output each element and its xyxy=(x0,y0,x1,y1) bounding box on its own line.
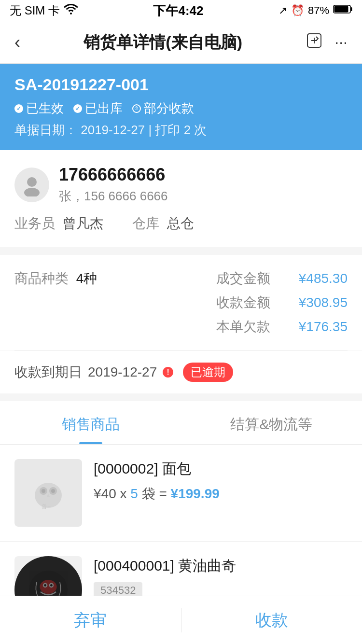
effective-icon xyxy=(14,104,23,113)
tab-settlement[interactable]: 结算&物流等 xyxy=(181,401,362,444)
status-bar: 无 SIM 卡 下午4:42 ↗ ⏰ 87% xyxy=(0,0,362,21)
salesperson-field: 业务员 曾凡杰 xyxy=(14,214,103,233)
sim-label: 无 SIM 卡 xyxy=(10,3,60,18)
summary-right: 成交金额 ¥485.30 收款金额 ¥308.95 本单欠款 ¥176.35 xyxy=(216,269,348,336)
arrears-label: 本单欠款 xyxy=(216,318,270,336)
svg-point-5 xyxy=(24,188,40,196)
more-button[interactable]: ··· xyxy=(334,33,348,51)
qty-1: 5 xyxy=(130,486,138,501)
product-code-2: [000400001] xyxy=(94,558,174,574)
status-left: 无 SIM 卡 xyxy=(10,3,78,18)
received-row: 收款金额 ¥308.95 xyxy=(216,294,348,312)
avatar xyxy=(14,168,49,202)
svg-point-14 xyxy=(40,580,56,594)
product-title-2: 黄油曲奇 xyxy=(178,558,236,574)
wifi-icon xyxy=(64,4,78,17)
deal-amount-value: ¥485.30 xyxy=(280,271,348,286)
product-name-1: [0000002] 面包 xyxy=(94,459,348,479)
deal-amount-label: 成交金额 xyxy=(216,269,270,288)
multiply-symbol-1: x xyxy=(120,486,131,501)
table-row: 兽+ [0000002] 面包 ¥40 x 5 袋 = ¥199.99 xyxy=(0,445,362,542)
salesperson-label: 业务员 xyxy=(14,216,55,231)
arrears-value: ¥176.35 xyxy=(280,319,348,335)
received-value: ¥308.95 xyxy=(280,295,348,310)
warehouse-label: 仓库 xyxy=(132,216,159,231)
order-date-row: 单据日期： 2019-12-27 | 打印 2 次 xyxy=(14,122,348,139)
summary-left: 商品种类 4种 xyxy=(14,269,97,288)
order-banner: SA-20191227-001 已生效 已出库 ⏱ 部分收款 单据日期： 201… xyxy=(0,64,362,150)
product-image-1: 兽+ xyxy=(14,459,82,527)
deal-amount-row: 成交金额 ¥485.30 xyxy=(216,269,348,288)
product-type-value: 4种 xyxy=(76,271,97,286)
customer-row: 17666666666 张，156 6666 6666 xyxy=(14,165,348,205)
unit-price-1: ¥40 xyxy=(94,486,116,501)
shipped-label: 已出库 xyxy=(85,100,123,117)
nav-bar: ‹ 销货单详情(来自电脑) ··· xyxy=(0,21,362,64)
tab-products-label: 销售商品 xyxy=(62,416,120,432)
customer-name: 17666666666 xyxy=(59,165,168,185)
status-shipped: 已出库 xyxy=(73,100,123,117)
product-price-1: ¥40 x 5 袋 = ¥199.99 xyxy=(94,485,348,503)
confirm-button[interactable]: 收款 xyxy=(181,600,362,641)
page-title: 销货单详情(来自电脑) xyxy=(84,31,242,54)
warehouse-value: 总仓 xyxy=(167,216,194,231)
svg-rect-1 xyxy=(350,7,352,11)
customer-info: 17666666666 张，156 6666 6666 xyxy=(59,165,168,205)
order-date: 2019-12-27 xyxy=(81,123,145,137)
overdue-text: 已逾期 xyxy=(183,363,233,382)
svg-text:兽+: 兽+ xyxy=(42,503,51,510)
tabs-row: 销售商品 结算&物流等 xyxy=(0,401,362,445)
customer-meta: 业务员 曾凡杰 仓库 总仓 xyxy=(14,214,348,233)
tab-underline xyxy=(79,442,102,444)
effective-label: 已生效 xyxy=(26,100,64,117)
svg-rect-2 xyxy=(334,6,348,13)
partial-label: 部分收款 xyxy=(144,100,194,117)
cancel-button[interactable]: 弃审 xyxy=(0,600,181,641)
salesperson-value: 曾凡杰 xyxy=(63,216,103,231)
arrears-row: 本单欠款 ¥176.35 xyxy=(216,318,348,336)
status-effective: 已生效 xyxy=(14,100,64,117)
due-section: 收款到期日 2019-12-27 ! 已逾期 xyxy=(0,351,362,393)
received-label: 收款金额 xyxy=(216,294,270,312)
battery-label: 87% xyxy=(308,4,329,17)
bottom-bar: 弃审 收款 xyxy=(0,596,362,644)
tab-settlement-label: 结算&物流等 xyxy=(230,416,312,432)
product-info-1: [0000002] 面包 ¥40 x 5 袋 = ¥199.99 xyxy=(94,459,348,527)
customer-section: 17666666666 张，156 6666 6666 业务员 曾凡杰 仓库 总… xyxy=(0,150,362,247)
total-1: ¥199.99 xyxy=(171,486,220,501)
location-icon: ↗ xyxy=(278,4,287,17)
overdue-icon: ! xyxy=(163,367,173,378)
svg-point-10 xyxy=(51,489,55,493)
share-button[interactable] xyxy=(306,32,323,53)
svg-point-17 xyxy=(44,584,46,587)
warehouse-field: 仓库 总仓 xyxy=(132,214,194,233)
divider-1 xyxy=(0,247,362,255)
alarm-icon: ⏰ xyxy=(291,4,304,17)
nav-actions: ··· xyxy=(306,32,348,53)
svg-point-4 xyxy=(27,177,37,187)
svg-point-18 xyxy=(50,584,53,587)
customer-sub: 张，156 6666 6666 xyxy=(59,188,168,205)
tabs-section: 销售商品 结算&物流等 xyxy=(0,401,362,445)
order-status-row: 已生效 已出库 ⏱ 部分收款 xyxy=(14,100,348,117)
date-label: 单据日期： xyxy=(14,123,77,137)
print-count: | 打印 2 次 xyxy=(148,123,207,137)
back-button[interactable]: ‹ xyxy=(14,32,20,53)
status-time: 下午4:42 xyxy=(153,2,203,19)
product-name-2: [000400001] 黄油曲奇 xyxy=(94,556,348,576)
shipped-icon xyxy=(73,104,82,113)
svg-point-9 xyxy=(42,489,45,493)
due-label: 收款到期日 xyxy=(14,363,82,381)
order-id: SA-20191227-001 xyxy=(14,75,348,94)
divider-2 xyxy=(0,393,362,401)
tab-products[interactable]: 销售商品 xyxy=(0,401,181,444)
status-right: ↗ ⏰ 87% xyxy=(278,4,352,17)
due-date: 2019-12-27 xyxy=(88,364,157,380)
partial-icon: ⏱ xyxy=(132,104,141,113)
product-code-1: [0000002] xyxy=(94,461,158,476)
product-type-label: 商品种类 xyxy=(14,271,69,286)
equals-symbol-1: = xyxy=(159,486,170,501)
battery-icon xyxy=(333,4,352,17)
product-title-1: 面包 xyxy=(162,461,191,476)
status-partial: ⏱ 部分收款 xyxy=(132,100,194,117)
